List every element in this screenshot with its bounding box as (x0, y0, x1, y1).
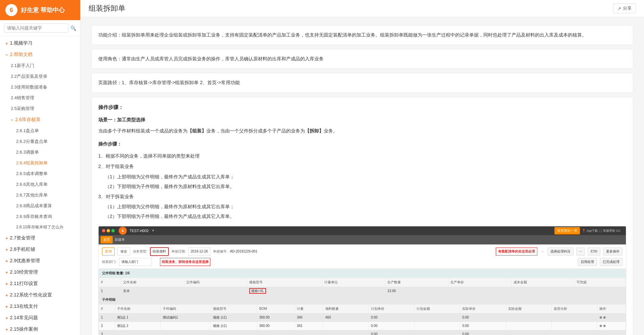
search-button[interactable]: 🔍 (70, 25, 76, 31)
plus-icon-2-11: + (5, 281, 8, 286)
table-row: 1 测1品 1 测试编码1 规格 (±1) 300.00 340 460 0.0… (99, 314, 626, 322)
page-title: 组装拆卸单 (89, 3, 125, 13)
table-row: 30.000.00 (99, 330, 626, 335)
mock-tab-edit[interactable]: 修改 (117, 247, 130, 256)
mock-no-value: AD-20191226-001 (230, 248, 258, 255)
path-block: 页面路径：1、库存核算->库存管理->组装拆卸单 2、首页->常用功能 (91, 73, 633, 93)
sidebar-item-2-10[interactable]: + 2.10经营管理 (0, 267, 80, 278)
path-text: 页面路径：1、库存核算->库存管理->组装拆卸单 2、首页->常用功能 (98, 78, 626, 87)
mock-annotation-business: 组装业务、拆卸业务在这里选择 (160, 258, 210, 266)
mock-td-8 (512, 287, 575, 295)
sidebar-item-2-6-9[interactable]: 2.6.9库存账本查询 (0, 211, 80, 222)
intro-text: 功能介绍：组装拆卸单用来处理企业组装或拆卸等加工业务，支持有固定装配清单的产品加… (98, 31, 626, 39)
mock-th-parent-code: 父件编码 (184, 278, 247, 287)
mock-td-5 (322, 287, 385, 295)
mock-lower-table-header: # 子件名称 子件编码 规格型号 BOM 计量 领料数量 计划单价 计划金额 (99, 304, 626, 314)
mock-close-btn (102, 229, 105, 232)
mock-type-value[interactable]: 组装领料 (150, 247, 169, 256)
step2-sub2: （2）下部明细为子件明细，最终作为原材料生成其它出库单。 (98, 182, 626, 191)
content-area: 功能介绍：组装拆卸单用来处理企业组装或拆卸等加工业务，支持有固定装配清单的产品加… (80, 17, 644, 335)
sidebar-item-2-6[interactable]: − 2.6库存核算 (0, 114, 80, 125)
mock-max-btn (111, 229, 115, 232)
mock-lower-label-text: 子件明细 (102, 298, 115, 301)
sidebar-item-2-1[interactable]: 2.1新手入门 (0, 60, 80, 71)
sidebar-item-2-6-2[interactable]: 2.6.2分量盘点单 (0, 136, 80, 147)
mock-th-voucher: 可凭据 (575, 278, 626, 287)
mock-dept-input[interactable]: 请输入部门 (119, 258, 152, 266)
search-box: 🔍 (0, 20, 80, 36)
sidebar-item-2-6-4[interactable]: 2.6.4组装拆卸单 (0, 158, 80, 168)
mock-form-row-2: 组装部门: 请输入部门 组装业务、拆卸业务在这里选择 启用处理 已完成处理 (102, 258, 623, 266)
nav-section: + 1.视频学习 − 2.帮助文档 2.1新手入门 2.2产品安装及登录 2.3… (0, 36, 80, 335)
sidebar-item-2-2[interactable]: 2.2产品安装及登录 (0, 71, 80, 82)
steps-section: 操作步骤： 1、根据不同的业务，选择不同单据的类型来处理 2、对于组装业务 （1… (98, 140, 626, 222)
sidebar-item-2-6-8[interactable]: 2.6.8商品成本重算 (0, 201, 80, 211)
steps-title: 操作步骤： (98, 140, 626, 148)
sidebar-item-2-12[interactable]: + 2.12系统个性化设置 (0, 289, 80, 301)
step2-sub1: （1）上部明细为父件明细，最终作为产成品生成其它入库单； (98, 172, 626, 182)
sidebar-item-2-6-6[interactable]: 2.6.6其他入库单 (0, 179, 80, 190)
sidebar-item-2-8[interactable]: + 2.8手机旺辅 (0, 244, 80, 255)
mock-tab-new[interactable]: 新增 (102, 247, 115, 256)
mock-form-section: 新增 修改 业务类型: 组装领料 单据日期: 2019-12-26 单据编号: … (99, 244, 626, 269)
plus-icon-2-12: + (5, 293, 8, 298)
mock-confirm-btn[interactable]: 已完成处理 (600, 258, 623, 266)
mock-td-1: 1 (99, 287, 121, 295)
mock-th-cost: 成本金额 (512, 278, 575, 287)
sidebar-item-2-15[interactable]: + 2.15操作案例 (0, 324, 80, 335)
mock-td-7 (448, 287, 512, 295)
sidebar-item-1[interactable]: + 1.视频学习 (0, 38, 80, 49)
sidebar-item-2-3[interactable]: 2.3使用前数据准备 (0, 82, 80, 93)
main-area: 组装拆卸单 ↗ 分享 功能介绍：组装拆卸单用来处理企业组装或拆卸等加工业务，支持… (80, 0, 644, 335)
share-icon: ↗ (618, 6, 621, 11)
step3-sub2: （2）下部明细为子件明细，最终作为产成品生成其它入库单。 (98, 212, 626, 221)
mock-choose-btn[interactable]: 选择处理科目 (547, 247, 574, 256)
sidebar-item-2-7[interactable]: + 2.7资金管理 (0, 232, 80, 244)
sidebar-item-2-5[interactable]: 2.5采购管理 (0, 103, 80, 114)
mock-th-price: 生产单价 (448, 278, 512, 287)
mock-logo: 6 (119, 227, 127, 235)
plus-icon-2-15: + (5, 327, 8, 332)
step3: 3、对于拆装业务 (98, 191, 626, 202)
mock-more2-btn[interactable]: 更多操作 (603, 247, 623, 256)
collapse-icon: − (5, 52, 8, 57)
mock-dept-label: 组装部门: (102, 259, 116, 265)
plus-icon-2-8: + (5, 247, 8, 252)
share-button[interactable]: ↗ 分享 (613, 3, 636, 13)
sidebar-item-2-13[interactable]: + 2.13在线支付 (0, 301, 80, 312)
sidebar-item-2-14[interactable]: + 2.14常见问题 (0, 312, 80, 324)
collapse-icon-2-6: − (11, 117, 13, 122)
mock-th-num: # (99, 278, 121, 287)
sidebar-item-2-6-10[interactable]: 2.6.10库存账本错了怎么办 (0, 222, 80, 232)
sidebar-item-2-11[interactable]: + 2.11打印设置 (0, 278, 80, 289)
intro-block: 功能介绍：组装拆卸单用来处理企业组装或拆卸等加工业务，支持有固定装配清单的产品加… (91, 25, 633, 45)
mock-print-btn[interactable]: 打印 (588, 247, 600, 256)
mock-screen: 6 TEST-H002 ▼ 预览单据一览 📍 App下载 🎧 客服帮助 CC (99, 226, 626, 335)
mock-annotation-processing: 有装配清单的在这里处理 (496, 247, 537, 256)
mock-titlebar-content: 6 TEST-H002 ▼ 预览单据一览 📍 App下载 🎧 客服帮助 CC (117, 227, 623, 235)
scene1-desc: 当由多个子件材料组装成一个成品的业务为【组装】业务，当由一个父件拆分成多个子产品… (98, 127, 626, 135)
sidebar-item-2-6-3[interactable]: 2.6.3调拨单 (0, 147, 80, 158)
mock-upper-label: 父件明细 数量: 1/6 (99, 269, 626, 278)
mock-title-right: 预览单据一览 📍 App下载 🎧 客服帮助 CC (554, 227, 621, 234)
role-text: 使用角色：通常由生产人员或库管人员完成拆装业务的操作，库管人员确认原材料的出库和… (98, 55, 626, 63)
scene1-section: 场景一：加工类型选择 当由多个子件材料组装成一个成品的业务为【组装】业务，当由一… (98, 116, 626, 135)
search-input[interactable] (4, 23, 68, 33)
sidebar-item-2-6-7[interactable]: 2.6.7其他出库单 (0, 190, 80, 201)
screenshot-container: 6 TEST-H002 ▼ 预览单据一览 📍 App下载 🎧 客服帮助 CC (98, 226, 626, 335)
sidebar-item-2-4[interactable]: 2.4销售管理 (0, 93, 80, 103)
plus-icon-2-9: + (5, 259, 8, 264)
mock-th-unit: 计量单位 (322, 278, 385, 287)
mock-lower-label: 子件明细 (99, 295, 626, 304)
mock-more-btn[interactable]: ··· (576, 247, 585, 256)
plus-icon-2-7: + (5, 236, 8, 241)
sidebar-item-2[interactable]: − 2.帮助文档 (0, 49, 80, 60)
sidebar: 6 好生意 帮助中心 🔍 + 1.视频学习 − 2.帮助文档 2.1新手入门 2… (0, 0, 80, 335)
mock-th-qty: 生产数量 (385, 278, 448, 287)
sidebar-item-2-6-1[interactable]: 2.6.1盘点单 (0, 125, 80, 136)
step3-sub1: （1）上部明细为父件明细，最终作为原材料生成其它出库单； (98, 202, 626, 212)
mock-min-btn (107, 229, 110, 232)
sidebar-item-2-9[interactable]: + 2.9优惠券管理 (0, 255, 80, 267)
sidebar-item-2-6-5[interactable]: 2.6.5成本调整单 (0, 168, 80, 179)
topbar: 组装拆卸单 ↗ 分享 (80, 0, 644, 17)
